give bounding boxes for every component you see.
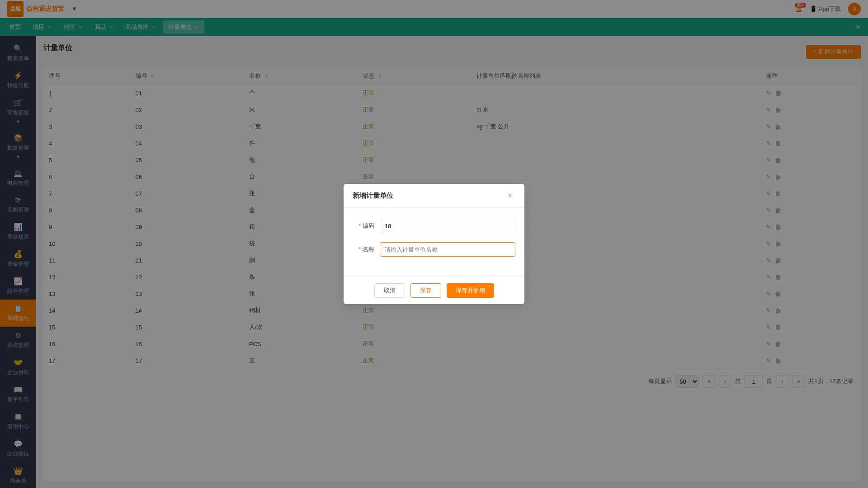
name-required-marker: * (359, 246, 361, 253)
save-and-new-button[interactable]: 保存并新增 (447, 283, 494, 298)
code-label: * 编码 (353, 222, 380, 230)
save-button[interactable]: 保存 (410, 283, 441, 298)
modal-close-btn[interactable]: × (505, 190, 515, 201)
modal-header: 新增计量单位 × (344, 184, 524, 208)
modal-overlay[interactable]: 新增计量单位 × * 编码 * 名称 取消 保存 保存并新增 (0, 0, 868, 488)
name-label: * 名称 (353, 245, 380, 253)
add-unit-modal: 新增计量单位 × * 编码 * 名称 取消 保存 保存并新增 (344, 184, 524, 304)
modal-body: * 编码 * 名称 (344, 208, 524, 277)
code-input[interactable] (380, 219, 515, 233)
code-required-marker: * (359, 222, 361, 229)
name-input[interactable] (380, 242, 515, 257)
name-form-row: * 名称 (353, 242, 515, 257)
modal-title: 新增计量单位 (353, 192, 393, 200)
modal-footer: 取消 保存 保存并新增 (344, 277, 524, 304)
code-form-row: * 编码 (353, 219, 515, 233)
cancel-button[interactable]: 取消 (374, 283, 405, 298)
